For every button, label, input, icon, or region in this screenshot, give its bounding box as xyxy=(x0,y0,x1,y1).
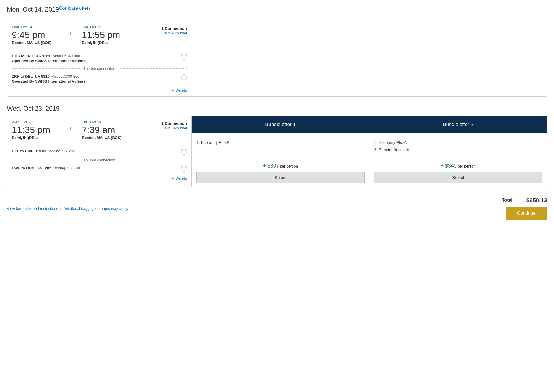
outbound-flight-main: Mon, Oct 14 9:45 pm Boston, MA, US (BOS)… xyxy=(7,21,191,96)
bundle2-price-plus: + $340 xyxy=(441,163,457,169)
return-segment2-info-icon[interactable]: ! xyxy=(181,166,187,172)
return-departure-time: 11:35 pm xyxy=(12,125,64,135)
return-departure-block: Wed, Oct 23 11:35 pm Delhi, IN (DEL) xyxy=(12,120,64,140)
bundle2-select-button[interactable]: Select xyxy=(374,172,542,183)
return-connection-info: 1 Connection 17h 34m total xyxy=(161,120,187,130)
outbound-departure-city: Boston, MA, US (BOS) xyxy=(12,41,64,45)
return-arrival-city: Boston, MA, US (BOS) xyxy=(82,136,134,140)
outbound-segment2-aircraft: Airbus A330-300 xyxy=(52,74,79,79)
fare-rules-link[interactable]: View fare rules and restrictions xyxy=(7,206,58,211)
return-segment2-info: EWR to BOS UA 1282 Boeing 737-700 xyxy=(12,166,179,170)
bundle2-feature1: 1. Economy Plus® xyxy=(374,139,542,146)
outbound-arrival-city: Delhi, IN (DEL) xyxy=(82,41,134,45)
return-segment1-aircraft: Boeing 777-200 xyxy=(49,149,75,153)
bundle2-price-per: per person xyxy=(458,164,476,168)
return-details-arrow-icon: ► xyxy=(171,177,174,180)
bundle2-header: Bundle offer 2 xyxy=(369,116,547,133)
return-connection-count: 1 Connection xyxy=(161,121,187,126)
return-segment2-route: EWR to BOS xyxy=(12,166,34,170)
return-arrival-date: Thu, Oct 24 xyxy=(82,120,134,124)
return-segment1-flight: UA 83 xyxy=(36,149,46,153)
return-segment2-flight: UA 1282 xyxy=(37,166,51,170)
return-total-time: 17h 34m total xyxy=(161,126,187,130)
bundle1-price-section: + $307 per person Select xyxy=(192,159,369,187)
bundle1-column: Bundle offer 1 1. Economy Plus® + $307 p… xyxy=(191,116,369,186)
outbound-segment2-info-icon[interactable]: ! xyxy=(181,74,187,80)
return-segment1-row: DEL to EWR UA 83 Boeing 777-200 ! xyxy=(12,146,187,157)
bundle1-price-per: per person xyxy=(280,164,298,168)
outbound-connection-time: 1h 40m connection xyxy=(12,66,187,71)
outbound-segment2-route: ZRH to DEL xyxy=(12,74,33,79)
return-departure-date: Wed, Oct 23 xyxy=(12,120,64,124)
continue-button[interactable]: Continue xyxy=(506,207,547,220)
outbound-flight-card: Mon, Oct 14 9:45 pm Boston, MA, US (BOS)… xyxy=(7,21,547,97)
bundle1-price: + $307 per person xyxy=(196,163,365,169)
total-label: Total xyxy=(502,198,513,203)
return-segment1-route: DEL to EWR xyxy=(12,149,34,153)
return-section-date: Wed, Oct 23, 2019 xyxy=(7,105,547,112)
return-arrival-block: Thu, Oct 24 7:39 am Boston, MA, US (BOS) xyxy=(82,120,134,140)
bundle1-features: 1. Economy Plus® xyxy=(192,133,369,159)
outbound-total-time: 16h 40m total xyxy=(161,31,187,35)
return-segment2-aircraft: Boeing 737-700 xyxy=(54,166,80,170)
flight-arrow-icon: ✈ xyxy=(64,25,77,37)
return-departure-city: Delhi, IN (DEL) xyxy=(12,136,64,140)
outbound-segment1-row: BOS to ZRH UA 9721 Airbus A340-300 Opera… xyxy=(12,52,187,65)
bundle1-select-button[interactable]: Select xyxy=(196,172,365,183)
bottom-links: View fare rules and restrictions | Addit… xyxy=(7,206,502,211)
outbound-flight-header: Mon, Oct 14 9:45 pm Boston, MA, US (BOS)… xyxy=(12,25,187,45)
outbound-details-link[interactable]: ► Details xyxy=(12,88,187,92)
outbound-arrival-time: 11:55 pm xyxy=(82,30,134,40)
return-arrival-time: 7:39 am xyxy=(82,125,134,135)
outbound-connection-count: 1 Connection xyxy=(161,26,187,31)
outbound-segment1-info-icon[interactable]: ! xyxy=(181,54,187,60)
bundle2-column: Bundle offer 2 1. Economy Plus® 2. Premi… xyxy=(369,116,547,186)
bundle1-header: Bundle offer 1 xyxy=(192,116,369,133)
return-segment2-row: EWR to BOS UA 1282 Boeing 737-700 ! xyxy=(12,163,187,174)
outbound-segment2-operator: Operated By SWISS International Airlines xyxy=(12,79,179,83)
outbound-segment1-flight: UA 9721 xyxy=(35,54,50,58)
outbound-connection-info: 1 Connection 16h 40m total xyxy=(161,25,187,35)
return-flight-card: Wed, Oct 23 11:35 pm Delhi, IN (DEL) ✈ T… xyxy=(7,116,547,187)
link-separator: | xyxy=(60,206,61,211)
return-segment1-info: DEL to EWR UA 83 Boeing 777-200 xyxy=(12,149,179,153)
outbound-segment2-row: ZRH to DEL UA 9810 Airbus A330-300 Opera… xyxy=(12,72,187,86)
outbound-section-date: Mon, Oct 14, 2019 xyxy=(7,6,59,13)
compare-offers-link[interactable]: Compare offers xyxy=(59,6,91,11)
outbound-arrival-block: Tue, Oct 15 11:55 pm Delhi, IN (DEL) xyxy=(82,25,134,45)
return-flight-arrow-icon: ✈ xyxy=(64,120,77,132)
return-details-link[interactable]: ► Details xyxy=(12,176,187,180)
outbound-departure-date: Mon, Oct 14 xyxy=(12,25,64,29)
bundle2-price-section: + $340 per person Select xyxy=(369,159,547,187)
outbound-segment1-info: BOS to ZRH UA 9721 Airbus A340-300 Opera… xyxy=(12,54,179,63)
return-flight-main: Wed, Oct 23 11:35 pm Delhi, IN (DEL) ✈ T… xyxy=(7,116,191,186)
bundle2-features: 1. Economy Plus® 2. Premier Access® xyxy=(369,133,547,159)
outbound-segment1-aircraft: Airbus A340-300 xyxy=(52,54,80,58)
bottom-bar: View fare rules and restrictions | Addit… xyxy=(7,195,547,220)
outbound-segment1-route: BOS to ZRH xyxy=(12,54,33,58)
bundle1-price-plus: + $307 xyxy=(263,163,279,169)
details-arrow-icon: ► xyxy=(171,89,174,92)
bundle2-feature2: 2. Premier Access® xyxy=(374,146,542,153)
return-flight-header: Wed, Oct 23 11:35 pm Delhi, IN (DEL) ✈ T… xyxy=(12,120,187,140)
total-amount: $658.13 xyxy=(526,197,547,204)
bottom-right-section: Total $658.13 Continue xyxy=(502,197,547,220)
return-segment1-info-icon[interactable]: ! xyxy=(181,149,187,155)
outbound-departure-time: 9:45 pm xyxy=(12,30,64,40)
outbound-segment2-flight: UA 9810 xyxy=(35,74,50,79)
outbound-arrival-date: Tue, Oct 15 xyxy=(82,25,134,29)
outbound-segment1-operator: Operated By SWISS International Airlines xyxy=(12,59,179,63)
return-connection-time: 1h 35m connection xyxy=(12,158,187,162)
baggage-charges-link[interactable]: Additional baggage charges may apply xyxy=(64,206,128,211)
bundle1-feature1: 1. Economy Plus® xyxy=(196,139,365,146)
outbound-departure-block: Mon, Oct 14 9:45 pm Boston, MA, US (BOS) xyxy=(12,25,64,45)
outbound-segment2-info: ZRH to DEL UA 9810 Airbus A330-300 Opera… xyxy=(12,74,179,83)
bundle2-price: + $340 per person xyxy=(374,163,542,169)
